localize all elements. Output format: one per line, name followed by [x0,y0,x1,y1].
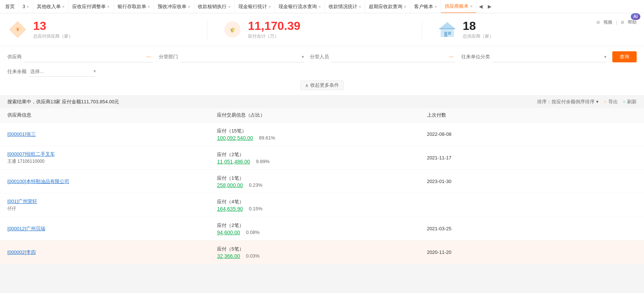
nav-tab-receipt-exec[interactable]: 收款核销执行 × [194,0,234,13]
amount-row: 94,600.00 0.08% [217,230,427,235]
supplier-input[interactable] [24,52,146,62]
supplier-link[interactable]: [000100]本特勒油品有限公司 [7,178,217,185]
stats-header: ¥ 13 总应付供应商（家） 🌾 11,170.39 应付合计（万） [0,13,644,46]
nav-tab-overdue-ar[interactable]: 超期应收款查询 × [365,0,410,13]
close-other-income[interactable]: × [62,4,64,9]
stat-info-total-suppliers: 18 总供应商（家） [463,20,494,39]
result-bar: 搜索结果中，供应商13家 应付金额111,703,854.00元 排序：按应付余… [0,96,644,108]
stat-number-total-suppliers: 18 [463,20,494,32]
table-row: [000002]李四 应付（5笔） 32,366.00 0.03% 2020-1… [0,241,644,264]
close-cash-bank-stat[interactable]: × [269,4,271,9]
overdue-ar-label: 超期应收款查询 [369,3,402,10]
store-icon [438,20,457,39]
ap-label: 应付（2笔） [217,151,427,158]
ap-amount[interactable]: 32,366.00 [217,253,240,259]
ap-amount[interactable]: 11,051,486.00 [217,159,250,165]
nav-tab-other-income[interactable]: 其他收入单 × [33,0,69,13]
nav-prev-arrow[interactable]: ◀ [476,0,485,13]
person-input[interactable] [331,52,449,62]
ap-amount[interactable]: 164,635.90 [217,206,243,212]
export-button[interactable]: ○ 导出 [604,99,617,105]
supplier-info-cell: [000001]张三 [7,131,217,138]
supplier-link[interactable]: [000002]李四 [7,249,217,256]
supplier-input-wrapper: ··· [24,52,153,62]
collapse-label: 收起更多条件 [310,82,339,89]
video-icon: ⊙ [596,20,600,25]
table-row: [000001]张三 应付（15笔） 100,092,540.00 89.61%… [0,123,644,146]
sort-label[interactable]: 排序：按应付余额倒序排序 ▾ [537,99,599,105]
supplier-dots-btn[interactable]: ··· [146,54,151,60]
balance-input[interactable] [29,66,94,76]
table-row: [000007]恒旺二手叉车 王通 17106110000 应付（2笔） 11,… [0,146,644,170]
close-bank-deposit[interactable]: × [148,4,150,9]
wheat-icon: 🌾 [223,20,242,39]
export-circle-icon: ○ [604,99,607,104]
header-actions: ⊙ 视频 | ⊙ 帮助 Ai [596,19,637,25]
nav-tab-receipt-stat[interactable]: 收款情况统计 × [325,0,365,13]
query-button[interactable]: 查询 [612,51,637,62]
close-supplier-ledger[interactable]: × [470,4,472,8]
supplier-link[interactable]: [001]广州荣轩 [7,198,217,205]
ap-amount[interactable]: 94,600.00 [217,230,240,235]
dept-input[interactable] [180,52,302,62]
supplier-info-cell: [000007]恒旺二手叉车 王通 17106110000 [7,151,217,165]
nav-tab-bank-deposit[interactable]: 银行存取款单 × [114,0,154,13]
supplier-link[interactable]: [000007]恒旺二手叉车 [7,151,217,158]
transaction-info-cell: 应付（4笔） 164,635.90 0.15% [217,199,427,212]
close-customer-ledger[interactable]: × [435,4,437,9]
nav-tab-cash-flow[interactable]: 现金银行流水查询 × [275,0,325,13]
dept-dropdown-arrow[interactable]: ▾ [302,54,304,59]
result-text: 搜索结果中，供应商13家 应付金额111,703,854.00元 [7,99,119,105]
nav-tab-prepay-ar[interactable]: 预收冲应收单 × [154,0,194,13]
col-header-last-pay: 上次付数 [427,112,637,118]
balance-filter-label: 往来余额 [7,68,27,75]
last-pay-cell: 2021-03-25 [427,226,637,231]
table-header: 供应商信息 应付交易信息（占比） 上次付数 [0,108,644,123]
nav-tab-ar-ap-adjust[interactable]: 应收应付调整单 × [69,0,113,13]
transaction-info-cell: 应付（2笔） 94,600.00 0.08% [217,222,427,235]
refresh-button[interactable]: ○ 刷新 [623,99,637,105]
close-overdue-ar[interactable]: × [404,4,406,9]
receipt-stat-label: 收款情况统计 [329,3,357,10]
close-prepay-ar[interactable]: × [188,4,190,9]
close-cash-flow[interactable]: × [318,4,321,9]
filter-dept: 分管部门 ▾ [159,52,304,62]
category-dropdown-arrow[interactable]: ▾ [604,54,606,59]
close-tab-3[interactable]: × [27,4,29,9]
nav-next-arrow[interactable]: ▶ [485,0,494,13]
export-label: 导出 [608,99,618,104]
video-link[interactable]: 视频 [603,19,612,25]
table-row: [000100]本特勒油品有限公司 应付（1笔） 258,000.00 0.23… [0,170,644,193]
nav-tab-customer-ledger[interactable]: 客户账本 × [410,0,441,13]
category-input[interactable] [492,52,605,62]
supplier-link[interactable]: [000012]广州贝瑞 [7,225,217,232]
person-dots-btn[interactable]: ··· [449,54,454,60]
receipt-exec-label: 收款核销执行 [198,3,227,10]
stat-info-ap-total: 11,170.39 应付合计（万） [248,20,300,39]
nav-tab-supplier-ledger[interactable]: 供应商账本 × [441,0,476,13]
nav-tab-3[interactable]: 3 × [19,0,33,13]
filter-balance: 往来余额 ▾ [7,66,96,77]
amount-row: 11,051,486.00 9.89% [217,159,427,165]
bank-deposit-label: 银行存取款单 [118,3,146,10]
ap-pct: 0.15% [249,206,262,211]
close-receipt-exec[interactable]: × [228,4,230,9]
close-receipt-stat[interactable]: × [359,4,361,9]
ap-amount[interactable]: 258,000.00 [217,182,243,188]
ap-amount[interactable]: 100,092,540.00 [217,135,253,141]
nav-tab-home[interactable]: 首页 [1,0,19,13]
amount-row: 32,366.00 0.03% [217,253,427,259]
collapse-button[interactable]: ∧ 收起更多条件 [300,80,344,90]
cash-flow-label: 现金银行流水查询 [279,3,317,10]
ap-label: 应付（15笔） [217,128,427,134]
close-ar-ap-adjust[interactable]: × [107,4,109,9]
nav-tab-cash-bank-stat[interactable]: 现金银行统计 × [235,0,275,13]
sort-arrow-icon: ▾ [596,99,599,104]
help-link[interactable]: 帮助 [628,19,637,25]
balance-dropdown-arrow[interactable]: ▾ [94,69,96,74]
stat-number-suppliers-payable: 13 [33,20,73,32]
transaction-info-cell: 应付（1笔） 258,000.00 0.23% [217,175,427,188]
ap-label: 应付（4笔） [217,199,427,205]
supplier-link[interactable]: [000001]张三 [7,131,217,138]
ar-ap-adjust-label: 应收应付调整单 [72,3,106,10]
